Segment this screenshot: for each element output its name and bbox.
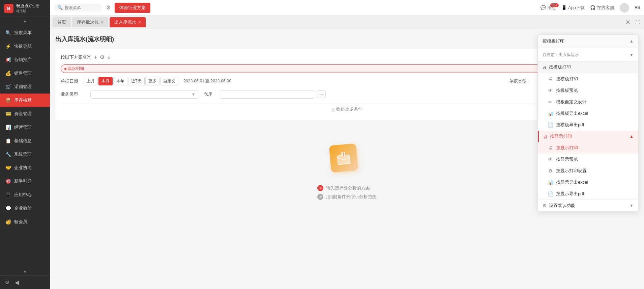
message-icon: 💬 — [540, 5, 546, 10]
template-print-section-title: 按模板打印 — [549, 64, 571, 70]
tab-flow[interactable]: 出入库流水 × — [110, 17, 146, 27]
display-print-setting-icon: ⚙ — [547, 168, 553, 174]
filter-collapse-button[interactable]: « — [107, 54, 110, 60]
operation-icon: 📊 — [5, 124, 11, 131]
search-icon: 🔍 — [57, 5, 63, 10]
display-excel-item[interactable]: 📊 按显示导出excel — [538, 177, 638, 188]
tabbar-close-all-icon[interactable]: ✕ — [624, 19, 632, 26]
template-custom-item[interactable]: ✏ 模板自定义设计 — [538, 96, 638, 108]
print-panel-arrow-icon[interactable]: ▲ — [630, 39, 634, 44]
scroll-down-btn[interactable]: ▼ — [0, 268, 50, 275]
display-print-icon: 🖨 — [544, 134, 548, 139]
filter-setting-button[interactable]: ⚙ — [100, 54, 105, 60]
sidebar-item-system[interactable]: 🔧 系统管理 — [0, 148, 50, 161]
display-preview-item[interactable]: 👁 按显示预览 — [538, 154, 638, 165]
date-btn-this-month[interactable]: 本月 — [98, 77, 113, 85]
filter-label: 按以下方案查询 — [61, 54, 91, 60]
svg-line-2 — [343, 152, 343, 156]
sidebar-item-finance[interactable]: 💳 资金管理 — [0, 107, 50, 121]
empty-tip-2: ② 用[选]条件来缩小分析范围 — [317, 192, 377, 201]
username-label[interactable]: Rit — [635, 5, 640, 10]
sidebar-item-basic[interactable]: 📋 基础信息 — [0, 134, 50, 148]
date-btn-last-month[interactable]: 上月 — [84, 77, 98, 85]
warehouse-label: 仓库 — [204, 91, 217, 97]
sidebar-item-inventory[interactable]: 📦 库存核算 — [0, 94, 50, 107]
trial-button[interactable]: 体验行业方案 — [115, 3, 150, 13]
app-download-button[interactable]: 📱 App下载 — [561, 5, 585, 11]
warehouse-more-button[interactable]: ··· — [317, 90, 326, 98]
basic-icon: 📋 — [5, 137, 11, 144]
sidebar-item-guide[interactable]: 🎯 新手引导 — [0, 175, 50, 188]
footer-collapse-icon[interactable]: ◀ — [15, 279, 19, 286]
purchase-icon: 🛒 — [5, 83, 11, 90]
sidebar-nav: 🔍 搜索菜单 ⚡ 快捷导航 📢 营销推广 💰 销售管理 🛒 采购管理 📦 库存核… — [0, 25, 50, 268]
sidebar-item-quick[interactable]: ⚡ 快捷导航 — [0, 40, 50, 53]
filter-add-button[interactable]: + — [94, 54, 97, 60]
tab-flow-label: 出入库流水 — [114, 19, 136, 25]
inventory-icon: 📦 — [5, 97, 11, 104]
template-print-item-label: 按模板打印 — [556, 76, 578, 82]
date-buttons: 上月 本月 本年 近7天 更多 自定义 — [84, 77, 178, 85]
current-template-header: 🗒 当前：出入库流水 ▼ — [538, 49, 638, 60]
sidebar-item-marketing[interactable]: 📢 营销推广 — [0, 53, 50, 67]
tab-home[interactable]: 首页 — [53, 17, 71, 27]
tab-batch-close[interactable]: × — [101, 20, 104, 25]
sidebar-item-member[interactable]: 👑 畅会员 — [0, 215, 50, 229]
template-custom-item-label: 模板自定义设计 — [556, 99, 587, 105]
print-footer-icon: ⚙ — [543, 203, 547, 208]
date-btn-more[interactable]: 更多 — [145, 77, 159, 85]
message-button[interactable]: 💬 消息 99+ — [540, 5, 556, 11]
template-excel-item[interactable]: 📊 按模板导出excel — [538, 108, 638, 119]
sidebar-item-purchase[interactable]: 🛒 采购管理 — [0, 80, 50, 94]
printer-icon: 🖨 — [543, 65, 547, 70]
date-field-label: 单据日期 — [61, 78, 81, 84]
sidebar-item-sales[interactable]: 💰 销售管理 — [0, 67, 50, 80]
sidebar-item-collab[interactable]: 🤝 企业协同 — [0, 161, 50, 175]
sidebar-item-operation[interactable]: 📊 经营管理 — [0, 121, 50, 134]
topbar-search-box[interactable]: 🔍 — [54, 4, 102, 11]
tab-flow-close[interactable]: × — [138, 20, 141, 25]
display-pdf-item[interactable]: 📄 按显示导出pdf — [538, 188, 638, 200]
biz-type-select[interactable] — [90, 90, 198, 99]
template-excel-item-icon: 📊 — [547, 111, 553, 116]
sidebar-item-apps[interactable]: 📱 应用中心 — [0, 188, 50, 202]
date-btn-custom[interactable]: 自定义 — [160, 77, 178, 85]
search-input[interactable] — [65, 5, 98, 10]
warehouse-input[interactable] — [220, 90, 314, 99]
template-print-section-header: 🖨 按模板打印 — [538, 61, 638, 73]
tab-batch[interactable]: 库存批次账 × — [72, 17, 108, 27]
display-print-item-label: 按显示打印 — [556, 145, 578, 151]
template-preview-item[interactable]: 👁 按模板预览 — [538, 85, 638, 96]
template-preview-item-icon: 👁 — [547, 88, 553, 93]
sidebar-item-search[interactable]: 🔍 搜索菜单 — [0, 26, 50, 40]
filter-biz-type-group: 业务类型 ▼ — [61, 90, 198, 99]
template-pdf-item[interactable]: 📄 按模板导出pdf — [538, 119, 638, 131]
print-footer[interactable]: ⚙ 设置默认功能 ▼ — [538, 200, 638, 211]
display-print-section-arrow-icon[interactable]: ▲ — [630, 134, 634, 139]
scroll-up-btn[interactable]: ▲ — [0, 17, 50, 25]
template-print-item[interactable]: 🖨 按模板打印 — [538, 73, 638, 85]
display-print-item-icon: 🖨 — [547, 145, 553, 151]
display-pdf-item-icon: 📄 — [547, 191, 553, 196]
footer-settings-icon[interactable]: ⚙ — [5, 279, 9, 286]
display-print-item[interactable]: 🖨 按显示打印 — [538, 142, 638, 154]
empty-icon — [330, 144, 364, 178]
date-btn-7days[interactable]: 近7天 — [128, 77, 145, 85]
sidebar-logo: B 畅捷通好生意 标准版 — [0, 0, 50, 17]
filter-warehouse-group: 仓库 ··· — [204, 90, 326, 99]
current-template-arrow-icon[interactable]: ▼ — [630, 53, 634, 57]
sidebar-item-wechat[interactable]: 💬 企业微信 — [0, 202, 50, 215]
display-excel-item-icon: 📊 — [547, 180, 553, 185]
avatar[interactable] — [620, 3, 629, 12]
topbar-gear-icon[interactable]: ⚙ — [106, 4, 111, 11]
display-preview-item-icon: 👁 — [547, 157, 553, 162]
online-service-button[interactable]: 🎧 在线客服 — [590, 5, 614, 11]
tabbar-expand-icon[interactable]: ⛶ — [634, 20, 641, 25]
logo-icon: B — [4, 4, 13, 13]
app-icon: 📱 — [561, 5, 567, 10]
filter-date-group: 单据日期 上月 本月 本年 近7天 更多 自定义 2023-06-01 至 20… — [61, 77, 231, 85]
member-icon: 👑 — [5, 218, 11, 225]
display-print-setting-item[interactable]: ⚙ 按显示打印设置 — [538, 165, 638, 177]
date-btn-this-year[interactable]: 本年 — [113, 77, 127, 85]
sidebar: B 畅捷通好生意 标准版 ▲ 🔍 搜索菜单 ⚡ 快捷导航 📢 营销推广 💰 销售… — [0, 0, 50, 289]
